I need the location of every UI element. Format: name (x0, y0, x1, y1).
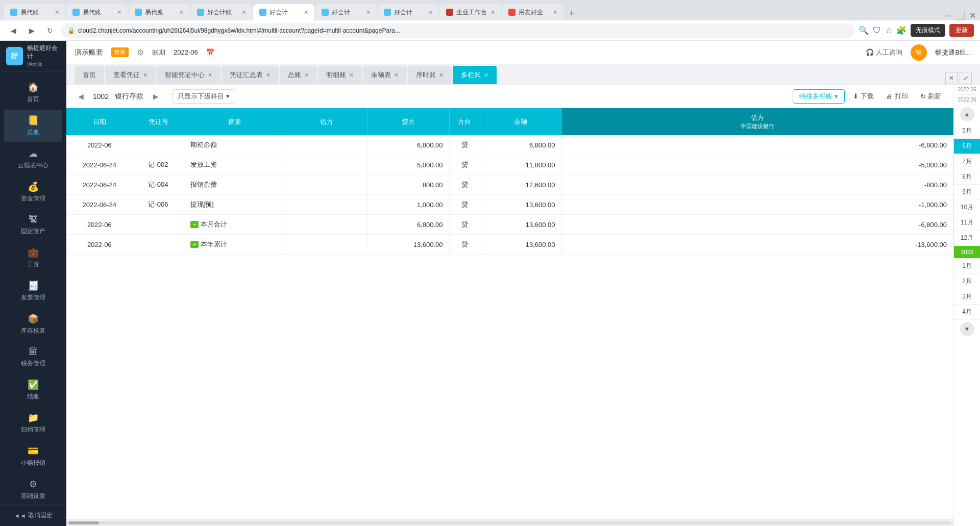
voucher-link[interactable]: 记-006 (148, 201, 168, 208)
sidebar-item-cloud-report[interactable]: ☁ 云报表中心 (4, 143, 62, 175)
scrollbar-thumb[interactable] (68, 521, 99, 524)
cell-summary: +本年累计 (184, 235, 286, 255)
nav-tab-close-multi[interactable]: ✕ (484, 72, 488, 79)
browser-tab-6[interactable]: 好会计 ✕ (315, 4, 377, 20)
nav-tab-close-dl[interactable]: ✕ (349, 72, 354, 79)
panel-resize-button[interactable]: ⤢ (960, 72, 972, 84)
sidebar-item-invoice[interactable]: 🧾 发票管理 (4, 275, 62, 307)
maximize-button[interactable]: ⬜ (955, 11, 965, 20)
url-bar[interactable]: 🔒 cloud2.chanjet.com/accounting/uh26t264… (61, 23, 854, 38)
nav-tab-balance[interactable]: 余额表 ✕ (363, 66, 407, 84)
minimize-button[interactable]: ─ (945, 11, 951, 20)
browser-tab-7[interactable]: 好会计 ✕ (378, 4, 439, 20)
calendar-icon[interactable]: 📅 (206, 48, 214, 56)
browser-tab-8[interactable]: 企业工作台 ✕ (440, 4, 501, 20)
browser-tab-2[interactable]: 易代账 ✕ (66, 4, 128, 20)
new-tab-button[interactable]: + (565, 6, 579, 20)
browser-tab-3[interactable]: 易代账 ✕ (129, 4, 190, 20)
unpin-button[interactable]: ◄◄ 取消固定 (4, 511, 62, 520)
nav-tab-general-ledger[interactable]: 总账 ✕ (280, 66, 317, 84)
nav-tab-close-balance[interactable]: ✕ (394, 72, 399, 79)
sidebar-item-payroll[interactable]: 💼 工资 (4, 242, 62, 274)
sidebar-item-ledger[interactable]: 📒 总账 (4, 110, 62, 142)
nav-tab-close-voucher[interactable]: ✕ (143, 72, 148, 79)
back-button[interactable]: ◀ (6, 23, 20, 38)
tab-close-2[interactable]: ✕ (117, 9, 121, 16)
nav-tab-smart-voucher[interactable]: 智能凭证中心 ✕ (157, 66, 220, 84)
download-button[interactable]: ⬇ 下载 (849, 90, 878, 103)
calendar-month-4[interactable]: 4月 (954, 305, 980, 320)
browser-tab-5[interactable]: 好会计 ✕ (253, 4, 314, 20)
account-next-button[interactable]: ▶ (150, 90, 162, 103)
sidebar-item-funds[interactable]: 💰 资金管理 (4, 176, 62, 208)
tab-close-1[interactable]: ✕ (55, 9, 59, 16)
print-button[interactable]: 🖨 打印 (882, 90, 912, 103)
close-button[interactable]: ✕ (969, 11, 976, 20)
sidebar-item-expense[interactable]: 💳 小畅报销 (4, 440, 62, 472)
calendar-down-button[interactable]: ▼ (960, 322, 974, 336)
calendar-year-2023[interactable]: 2023 (954, 246, 980, 259)
calendar-month-8[interactable]: 8月 (954, 169, 980, 185)
tab-close-7[interactable]: ✕ (428, 9, 433, 16)
tab-close-8[interactable]: ✕ (491, 9, 495, 16)
tab-close-9[interactable]: ✕ (553, 9, 557, 16)
nav-tab-voucher-summary[interactable]: 凭证汇总表 ✕ (222, 66, 279, 84)
filter-dropdown[interactable]: 只显示下级科目 ▾ (172, 89, 235, 104)
calendar-month-9[interactable]: 9月 (954, 185, 980, 200)
forward-button[interactable]: ▶ (24, 23, 39, 38)
account-name[interactable]: 银行存款 (115, 92, 143, 101)
sidebar-item-fixed-assets[interactable]: 🏗 固定资产 (4, 209, 62, 241)
calendar-up-button[interactable]: ▲ (960, 107, 974, 121)
nav-tab-home[interactable]: 首页 (75, 66, 104, 84)
tab-close-5[interactable]: ✕ (304, 9, 308, 16)
sidebar-item-closing[interactable]: ✅ 结账 (4, 374, 62, 406)
topbar-settings-icon[interactable]: ⚙ (137, 47, 144, 57)
calendar-month-6[interactable]: 6月 (954, 139, 980, 154)
browser-tab-9[interactable]: 用友好业 ✕ (502, 4, 564, 20)
account-badge[interactable]: 禁用 (111, 47, 129, 57)
nav-tab-detailed-ledger[interactable]: 明细账 ✕ (318, 66, 362, 84)
calendar-month-7[interactable]: 7月 (954, 154, 980, 169)
sidebar-item-archive[interactable]: 📁 归档管理 (4, 407, 62, 439)
voucher-link[interactable]: 记-002 (148, 161, 168, 168)
panel-close-button[interactable]: ✕ (945, 72, 958, 84)
calendar-month-1[interactable]: 1月 (954, 259, 980, 274)
calendar-month-2[interactable]: 2月 (954, 274, 980, 289)
nav-tab-chronological[interactable]: 序时账 ✕ (408, 66, 452, 84)
help-button[interactable]: 🎧 人工咨询 (866, 48, 902, 57)
tab-close-3[interactable]: ✕ (179, 9, 184, 16)
cell-direction: 贷 (449, 135, 480, 155)
account-prev-button[interactable]: ◀ (75, 90, 87, 103)
sidebar-item-settings[interactable]: ⚙ 基础设置 (4, 473, 62, 505)
special-multicolumn-button[interactable]: 特殊多栏账 ▾ (793, 89, 845, 104)
calendar-month-3[interactable]: 3月 (954, 289, 980, 305)
search-icon[interactable]: 🔍 (859, 26, 869, 35)
browser-tab-4[interactable]: 好会计账 ✕ (191, 4, 252, 20)
nav-tab-close-smart[interactable]: ✕ (208, 72, 212, 79)
nav-tab-close-summary[interactable]: ✕ (266, 72, 271, 79)
nav-tab-close-chron[interactable]: ✕ (439, 72, 444, 79)
update-button[interactable]: 更新 (949, 24, 974, 37)
sidebar-item-home[interactable]: 🏠 首页 (4, 77, 62, 109)
horizontal-scrollbar[interactable] (66, 519, 953, 526)
star-icon[interactable]: ☆ (885, 26, 892, 35)
tab-close-6[interactable]: ✕ (366, 9, 371, 16)
tab-close-4[interactable]: ✕ (241, 9, 246, 16)
voucher-link[interactable]: 记-004 (148, 181, 168, 188)
extension-icon[interactable]: 🧩 (896, 26, 906, 35)
refresh-button[interactable]: ↻ 刷新 (916, 90, 945, 103)
no-trace-button[interactable]: 无痕模式 (911, 24, 945, 37)
user-avatar[interactable]: 畅 (911, 44, 927, 61)
nav-tab-multicolumn[interactable]: 多栏账 ✕ (453, 66, 497, 84)
calendar-month-11[interactable]: 11月 (954, 215, 980, 231)
calendar-month-5[interactable]: 5月 (954, 123, 980, 139)
calendar-month-10[interactable]: 10月 (954, 200, 980, 215)
sidebar-item-inventory[interactable]: 📦 库存核算 (4, 308, 62, 340)
nav-tab-voucher[interactable]: 查看凭证 ✕ (105, 66, 156, 84)
refresh-button[interactable]: ↻ (43, 23, 57, 38)
shield-icon[interactable]: 🛡 (873, 26, 881, 35)
sidebar-item-tax[interactable]: 🏛 税务管理 (4, 341, 62, 373)
calendar-month-12[interactable]: 12月 (954, 231, 980, 246)
nav-tab-close-gl[interactable]: ✕ (304, 72, 309, 79)
browser-tab-1[interactable]: 易代账 ✕ (4, 4, 65, 20)
